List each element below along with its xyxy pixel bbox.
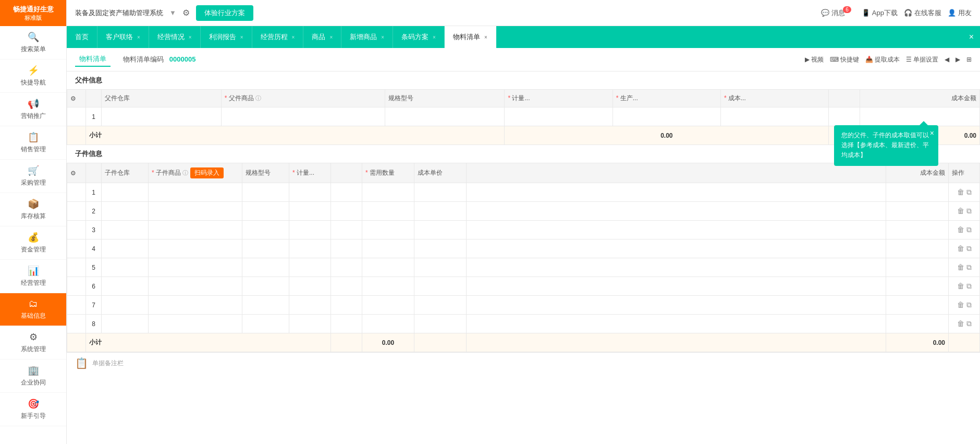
child-unitprice-cell[interactable]: [414, 258, 467, 277]
row-spec-cell[interactable]: [385, 107, 505, 126]
child-qty-cell[interactable]: [362, 258, 414, 277]
delete-icon[interactable]: 🗑: [957, 207, 964, 215]
delete-icon[interactable]: 🗑: [957, 263, 964, 272]
child-spec-cell[interactable]: [242, 315, 289, 333]
tab-history-close[interactable]: ×: [292, 34, 295, 40]
tab-customer[interactable]: 客户联络 ×: [97, 26, 149, 48]
nav-prev[interactable]: ◀: [945, 56, 949, 63]
child-product-cell[interactable]: [149, 315, 242, 333]
child-spec-cell[interactable]: [242, 296, 289, 315]
nav-next[interactable]: ▶: [956, 56, 960, 63]
child-warehouse-cell[interactable]: [102, 296, 149, 315]
sidebar-item-sales[interactable]: 📋 销售管理: [0, 126, 66, 160]
expand-icon[interactable]: ⊞: [966, 56, 972, 63]
copy-icon[interactable]: ⧉: [966, 244, 972, 253]
child-product-cell[interactable]: [149, 258, 242, 277]
single-settings-btn[interactable]: ☰ 单据设置: [906, 55, 938, 64]
dropdown-icon[interactable]: ▼: [169, 9, 176, 17]
child-unitprice-cell[interactable]: [414, 296, 467, 315]
sidebar-item-marketing[interactable]: 📢 营销推广: [0, 93, 66, 126]
child-qty-cell[interactable]: [362, 183, 414, 202]
child-qty-cell[interactable]: [362, 315, 414, 333]
child-qty-cell[interactable]: [362, 239, 414, 258]
child-unitprice-cell[interactable]: [414, 183, 467, 202]
child-warehouse-cell[interactable]: [102, 239, 149, 258]
sidebar-item-inventory[interactable]: 📦 库存核算: [0, 193, 66, 226]
message-button[interactable]: 💬 消息 6: [821, 8, 855, 18]
child-qty-cell[interactable]: [362, 277, 414, 296]
sidebar-item-basicinfo[interactable]: 🗂 基础信息: [0, 293, 66, 326]
delete-icon[interactable]: 🗑: [957, 225, 964, 234]
copy-icon[interactable]: ⧉: [966, 188, 972, 197]
child-spec-cell[interactable]: [242, 277, 289, 296]
sidebar-item-operations[interactable]: 📊 经营管理: [0, 260, 66, 293]
tab-customer-close[interactable]: ×: [137, 34, 140, 40]
child-qty-cell[interactable]: [362, 221, 414, 239]
child-warehouse-cell[interactable]: [102, 221, 149, 239]
app-download-button[interactable]: 📱 App下载: [862, 8, 898, 18]
delete-icon[interactable]: 🗑: [957, 244, 964, 253]
row-warehouse-cell[interactable]: [102, 107, 222, 126]
tab-home[interactable]: 首页: [67, 26, 97, 48]
child-unit-cell[interactable]: [289, 221, 331, 239]
child-col-settings[interactable]: ⚙: [67, 163, 86, 183]
child-qty-cell[interactable]: [362, 296, 414, 315]
tab-operations-close[interactable]: ×: [189, 34, 192, 40]
child-unitprice-cell[interactable]: [414, 221, 467, 239]
child-product-cell[interactable]: [149, 183, 242, 202]
copy-icon[interactable]: ⧉: [966, 282, 972, 291]
sub-tab-bom[interactable]: 物料清单: [75, 52, 111, 67]
parent-col-settings[interactable]: ⚙: [67, 90, 86, 107]
copy-icon[interactable]: ⧉: [966, 301, 972, 309]
sidebar-item-quicknav[interactable]: ⚡ 快捷导航: [0, 59, 66, 93]
shortcuts-btn[interactable]: ⌨ 快捷键: [830, 55, 859, 64]
tab-bom[interactable]: 物料清单 ×: [445, 26, 496, 48]
child-unitprice-cell[interactable]: [414, 239, 467, 258]
child-spec-cell[interactable]: [242, 202, 289, 221]
row-cost-cell[interactable]: [720, 107, 828, 126]
child-product-cell[interactable]: [149, 239, 242, 258]
child-unitprice-cell[interactable]: [414, 277, 467, 296]
view-btn[interactable]: ▶ 视频: [805, 55, 824, 64]
child-unitprice-cell[interactable]: [414, 315, 467, 333]
row-product-cell[interactable]: [221, 107, 385, 126]
tab-operations[interactable]: 经营情况 ×: [149, 26, 201, 48]
delete-icon[interactable]: 🗑: [957, 188, 964, 197]
sidebar-item-enterprise[interactable]: 🏢 企业协同: [0, 359, 66, 393]
child-unit-cell[interactable]: [289, 296, 331, 315]
tab-addgoods-close[interactable]: ×: [381, 34, 384, 40]
child-spec-cell[interactable]: [242, 239, 289, 258]
delete-icon[interactable]: 🗑: [957, 301, 964, 309]
child-product-cell[interactable]: [149, 221, 242, 239]
tooltip-close[interactable]: ×: [930, 127, 934, 139]
delete-icon[interactable]: 🗑: [957, 282, 964, 291]
child-unit-cell[interactable]: [289, 258, 331, 277]
child-product-cell[interactable]: [149, 202, 242, 221]
copy-icon[interactable]: ⧉: [966, 225, 972, 234]
child-warehouse-cell[interactable]: [102, 277, 149, 296]
child-unit-cell[interactable]: [289, 277, 331, 296]
child-unit-cell[interactable]: [289, 183, 331, 202]
child-product-cell[interactable]: [149, 277, 242, 296]
tab-goods[interactable]: 商品 ×: [303, 26, 341, 48]
tab-history[interactable]: 经营历程 ×: [252, 26, 304, 48]
child-spec-cell[interactable]: [242, 258, 289, 277]
gear-button[interactable]: ⚙: [182, 8, 190, 18]
child-warehouse-cell[interactable]: [102, 183, 149, 202]
sidebar-item-search[interactable]: 🔍 搜索菜单: [0, 26, 66, 59]
child-warehouse-cell[interactable]: [102, 202, 149, 221]
tab-bom-close[interactable]: ×: [484, 34, 487, 40]
tab-barcode-close[interactable]: ×: [433, 34, 436, 40]
child-spec-cell[interactable]: [242, 221, 289, 239]
child-unit-cell[interactable]: [289, 315, 331, 333]
child-warehouse-cell[interactable]: [102, 258, 149, 277]
sidebar-item-finance[interactable]: 💰 资金管理: [0, 226, 66, 260]
trial-button[interactable]: 体验行业方案: [196, 5, 253, 21]
child-warehouse-cell[interactable]: [102, 315, 149, 333]
child-qty-cell[interactable]: [362, 202, 414, 221]
copy-icon[interactable]: ⧉: [966, 319, 972, 328]
online-service-button[interactable]: 🎧 在线客服: [904, 8, 941, 18]
copy-icon[interactable]: ⧉: [966, 263, 972, 272]
extract-cost-btn[interactable]: 📥 提取成本: [865, 55, 900, 64]
child-unitprice-cell[interactable]: [414, 202, 467, 221]
